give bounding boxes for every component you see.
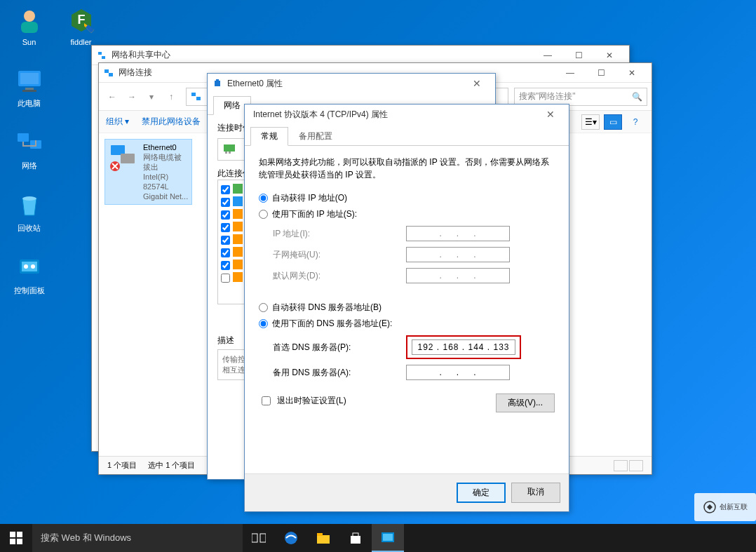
view-options-button[interactable]: ☰▾ — [581, 114, 600, 130]
svg-rect-45 — [351, 536, 360, 544]
svg-rect-14 — [98, 52, 102, 55]
pref-dns-field[interactable]: 192 . 168 . 144 . 133 — [412, 339, 515, 355]
radio-auto-dns[interactable] — [259, 303, 268, 312]
maximize-button[interactable]: ☐ — [586, 63, 616, 83]
svg-rect-31 — [233, 222, 243, 231]
svg-point-0 — [24, 11, 35, 22]
svg-rect-21 — [121, 154, 135, 163]
search-icon: 🔍 — [632, 92, 642, 102]
cancel-button[interactable]: 取消 — [511, 483, 560, 503]
ip-field: ... — [406, 226, 510, 241]
svg-rect-3 — [20, 73, 39, 84]
user-icon — [15, 6, 44, 35]
radio-auto-ip[interactable] — [259, 194, 268, 203]
svg-rect-28 — [233, 184, 243, 194]
svg-rect-25 — [224, 144, 235, 152]
svg-rect-19 — [196, 97, 201, 100]
close-button[interactable]: ✕ — [463, 74, 491, 93]
dialog-title: Internet 协议版本 4 (TCP/IPv4) 属性 — [249, 109, 536, 121]
svg-rect-30 — [233, 209, 243, 219]
svg-text:F: F — [77, 13, 85, 27]
preview-pane-button[interactable]: ▭ — [604, 114, 622, 130]
nav-back-button[interactable]: ← — [103, 88, 121, 106]
svg-rect-27 — [229, 152, 231, 154]
nav-recent-button[interactable]: ▾ — [142, 88, 161, 106]
desktop-icon-network[interactable]: 网络 — [10, 128, 48, 171]
intro-text: 如果网络支持此功能，则可以获取自动指派的 IP 设置。否则，你需要从网络系统管理… — [259, 156, 555, 181]
view-tiles-button[interactable] — [629, 460, 643, 471]
close-button[interactable]: ✕ — [616, 63, 647, 83]
alt-dns-label: 备用 DNS 服务器(A): — [273, 367, 406, 379]
status-selected: 选中 1 个项目 — [148, 460, 195, 471]
radio-use-dns[interactable] — [259, 319, 268, 328]
task-view-button[interactable] — [243, 524, 275, 552]
svg-rect-39 — [17, 539, 22, 544]
computer-icon — [15, 66, 44, 95]
start-button[interactable] — [0, 524, 32, 552]
svg-rect-16 — [104, 69, 109, 73]
svg-rect-18 — [191, 93, 196, 96]
svg-rect-1 — [21, 22, 38, 33]
svg-rect-33 — [233, 247, 243, 257]
ip-label: IP 地址(I): — [273, 228, 406, 240]
dialog-title: Ethernet0 属性 — [227, 78, 463, 90]
taskbar: 搜索 Web 和 Windows — [0, 524, 756, 552]
radio-use-ip[interactable] — [259, 210, 268, 219]
taskbar-explorer[interactable] — [307, 524, 339, 552]
adapter-ethernet0[interactable]: Ethernet0 网络电缆被拔出 Intel(R) 82574L Gigabi… — [104, 139, 192, 205]
ok-button[interactable]: 确定 — [457, 483, 506, 503]
svg-rect-35 — [233, 272, 243, 282]
svg-rect-6 — [18, 133, 29, 142]
help-button[interactable]: ? — [626, 114, 644, 130]
tab-general[interactable]: 常规 — [250, 127, 288, 146]
taskbar-edge[interactable] — [275, 524, 307, 552]
nic-icon — [222, 142, 238, 157]
taskbar-control-panel[interactable] — [372, 524, 404, 552]
organize-button[interactable]: 组织 ▾ — [106, 116, 129, 128]
minimize-button[interactable]: — — [555, 63, 586, 83]
watermark: 创新互联 — [694, 493, 756, 521]
svg-rect-26 — [225, 152, 227, 154]
svg-rect-24 — [216, 79, 219, 81]
svg-rect-29 — [233, 196, 243, 206]
desktop-icon-controlpanel[interactable]: 控制面板 — [10, 253, 48, 296]
desktop-icon-recyclebin[interactable]: 回收站 — [10, 191, 48, 234]
network-sharing-icon — [96, 50, 107, 61]
svg-rect-38 — [10, 539, 15, 544]
advanced-button[interactable]: 高级(V)... — [496, 393, 555, 412]
adapter-name: Ethernet0 — [143, 142, 189, 152]
svg-rect-32 — [233, 234, 243, 244]
validate-checkbox[interactable] — [262, 396, 271, 405]
svg-point-12 — [31, 264, 35, 269]
svg-rect-44 — [317, 533, 323, 536]
gateway-field: ... — [406, 268, 510, 283]
taskbar-search[interactable]: 搜索 Web 和 Windows — [32, 524, 243, 552]
svg-point-11 — [24, 264, 28, 269]
ethernet-icon — [212, 78, 223, 89]
desktop-icon-thispc[interactable]: 此电脑 — [10, 66, 48, 109]
desktop-icon-sun[interactable]: Sun — [10, 6, 48, 46]
mask-field: ... — [406, 247, 510, 262]
search-box[interactable]: 搜索"网络连接"🔍 — [514, 88, 647, 106]
tab-alternate[interactable]: 备用配置 — [288, 127, 343, 145]
dialog-ipv4-properties: Internet 协议版本 4 (TCP/IPv4) 属性 ✕ 常规 备用配置 … — [244, 104, 569, 512]
network-icon — [15, 128, 44, 158]
close-button[interactable]: ✕ — [536, 105, 565, 123]
status-items: 1 个项目 — [107, 460, 137, 471]
svg-rect-48 — [383, 534, 393, 541]
svg-rect-36 — [10, 532, 15, 537]
network-connections-icon — [103, 67, 114, 79]
svg-rect-40 — [252, 534, 257, 542]
fiddler-icon: F — [67, 6, 96, 35]
control-panel-icon — [15, 253, 44, 283]
taskbar-store[interactable] — [339, 524, 372, 552]
desktop-icons: Sun 此电脑 网络 回收站 控制面板 — [10, 6, 48, 296]
alt-dns-field[interactable]: ... — [406, 365, 510, 380]
disable-device-button[interactable]: 禁用此网络设备 — [142, 116, 201, 128]
nav-forward-button[interactable]: → — [123, 88, 141, 106]
view-details-button[interactable] — [614, 460, 628, 471]
pref-dns-highlight: 192 . 168 . 144 . 133 — [406, 335, 521, 359]
nav-up-button[interactable]: ↑ — [162, 88, 180, 106]
svg-rect-34 — [233, 260, 243, 269]
desktop-icon-fiddler[interactable]: F fiddler — [62, 6, 100, 46]
